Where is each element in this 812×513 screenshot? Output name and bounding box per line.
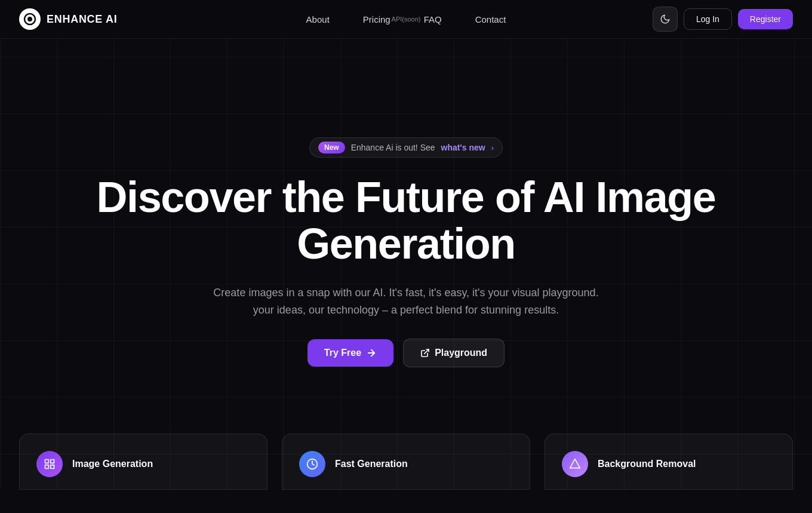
fast-generation-icon — [299, 451, 325, 477]
register-button[interactable]: Register — [738, 9, 793, 29]
hero-section: New Enhance Ai is out! See what's new › … — [0, 0, 812, 490]
nav-links: About Pricing FAQ API(soon) Contact — [290, 10, 523, 29]
svg-marker-9 — [570, 459, 580, 468]
announcement-badge[interactable]: New Enhance Ai is out! See what's new › — [309, 137, 503, 158]
badge-text: Enhance Ai is out! See — [351, 143, 435, 152]
feature-card-2: Background Removal — [545, 434, 793, 490]
moon-icon — [660, 14, 670, 24]
background-removal-icon — [562, 451, 588, 477]
badge-new-label: New — [318, 142, 345, 153]
feature-cards: Image Generation Fast Generation Backgro… — [0, 434, 812, 490]
hero-buttons: Try Free Playground — [307, 339, 505, 367]
external-link-icon — [420, 348, 430, 358]
svg-line-3 — [425, 349, 429, 354]
playground-button[interactable]: Playground — [403, 339, 505, 367]
feature-card-0: Image Generation — [19, 434, 267, 490]
feature-card-title-0: Image Generation — [72, 459, 153, 469]
navbar: ENHANCE AI About Pricing FAQ API(soon) C… — [0, 0, 812, 39]
whats-new-link[interactable]: what's new — [441, 143, 485, 152]
logo[interactable]: ENHANCE AI — [19, 8, 118, 30]
nav-actions: Log In Register — [653, 7, 793, 32]
badge-arrow-icon: › — [491, 143, 494, 152]
svg-rect-6 — [51, 465, 54, 469]
arrow-right-icon — [366, 348, 377, 358]
try-free-button[interactable]: Try Free — [307, 339, 393, 367]
hero-content: New Enhance Ai is out! See what's new › … — [59, 137, 753, 367]
feature-card-title-1: Fast Generation — [335, 459, 408, 469]
image-generation-icon — [36, 451, 63, 477]
hero-subtitle: Create images in a snap with our AI. It'… — [209, 284, 603, 320]
logo-icon — [19, 8, 41, 30]
svg-rect-7 — [45, 465, 49, 469]
hero-title: Discover the Future of AI Image Generati… — [78, 174, 734, 268]
feature-card-title-2: Background Removal — [598, 459, 696, 469]
nav-contact[interactable]: Contact — [459, 10, 523, 29]
feature-card-1: Fast Generation — [282, 434, 530, 490]
nav-about[interactable]: About — [290, 10, 346, 29]
svg-rect-5 — [51, 460, 54, 463]
logo-text: ENHANCE AI — [47, 13, 118, 26]
dark-mode-toggle[interactable] — [653, 7, 678, 32]
svg-point-1 — [27, 17, 32, 21]
svg-rect-4 — [45, 460, 49, 463]
nav-api[interactable]: API(soon) — [375, 11, 438, 27]
login-button[interactable]: Log In — [684, 8, 732, 30]
